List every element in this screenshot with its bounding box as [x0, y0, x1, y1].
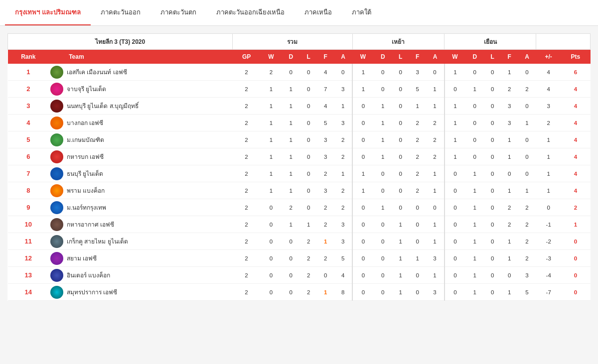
tf-cell: 3	[317, 148, 334, 165]
hw-cell: 0	[352, 267, 374, 284]
gp-cell: 2	[233, 250, 261, 267]
pts-cell: 4	[561, 131, 590, 148]
hw-cell: 0	[352, 98, 374, 115]
hf-cell: 0	[409, 267, 426, 284]
tab-east[interactable]: ภาคตะวันออก	[91, 0, 150, 25]
al-cell: 0	[484, 115, 501, 131]
af-cell: 1	[501, 182, 518, 199]
gp-cell: 2	[233, 131, 261, 148]
logo-cell	[49, 284, 65, 301]
ta-cell: 0	[334, 64, 352, 81]
aa-cell: 1	[518, 115, 536, 131]
aa-cell: 0	[518, 131, 536, 148]
team-logo-icon	[50, 235, 63, 248]
ha-cell: 1	[426, 182, 445, 199]
tf-cell: 5	[317, 115, 334, 131]
hl-cell: 1	[392, 216, 409, 233]
td-cell: 1	[282, 131, 300, 148]
aa-cell: 2	[518, 199, 536, 216]
hd-cell: 0	[374, 64, 392, 81]
pm-cell: -7	[536, 284, 561, 301]
aw-cell: 0	[445, 284, 466, 301]
gp-cell: 2	[233, 64, 261, 81]
ha-cell: 2	[426, 115, 445, 131]
pts-cell: 4	[561, 182, 590, 199]
rank-cell: 3	[8, 98, 49, 115]
tab-south[interactable]: ภาคใต้	[342, 0, 381, 25]
logo-cell	[49, 233, 65, 250]
table-row: 2จาบจุรี ยูไนเต็ด211073100510102244	[8, 81, 591, 98]
ha-cell: 1	[426, 81, 445, 98]
af-cell: 0	[501, 165, 518, 182]
aa-cell: 0	[518, 98, 536, 115]
tab-northeast[interactable]: ภาคตะวันออกเฉียงเหนือ	[206, 0, 295, 25]
ta-cell: 3	[334, 233, 352, 250]
team-name-cell: บางกอก เอฟซี	[65, 115, 232, 131]
table-row: 11เกร็กคู สายไหม ยูไนเต็ด200213001010101…	[8, 233, 591, 250]
gp-cell: 2	[233, 267, 261, 284]
aw-cell: 1	[445, 148, 466, 165]
al-cell: 0	[484, 81, 501, 98]
pts-cell: 4	[561, 98, 590, 115]
gp-cell: 2	[233, 115, 261, 131]
gp-cell: 2	[233, 81, 261, 98]
hd-cell: 0	[374, 250, 392, 267]
team-name-cell: จาบจุรี ยูไนเต็ด	[65, 81, 232, 98]
hl-cell: 1	[392, 284, 409, 301]
tab-bangkok[interactable]: กรุงเทพฯ และปริมณฑล	[5, 0, 91, 25]
ha-cell: 1	[426, 216, 445, 233]
ha-cell: 2	[426, 131, 445, 148]
gp-cell: 2	[233, 148, 261, 165]
ad-cell: 1	[465, 199, 484, 216]
aw-cell: 0	[445, 216, 466, 233]
hl-cell: 0	[392, 199, 409, 216]
tl-cell: 0	[300, 165, 317, 182]
team-logo-icon	[50, 83, 63, 96]
logo-cell	[49, 64, 65, 81]
team-name-cell: อินเตอร์ แบงค็อก	[65, 267, 232, 284]
hw-cell: 0	[352, 115, 374, 131]
ad-cell: 0	[465, 115, 484, 131]
league-title: ไทยลีก 3 (T3) 2020	[95, 38, 145, 45]
hd-cell: 1	[374, 199, 392, 216]
ha-header: A	[426, 50, 445, 64]
td-cell: 1	[282, 216, 300, 233]
hf-cell: 2	[409, 165, 426, 182]
tw-cell: 0	[261, 216, 282, 233]
logo-header	[49, 50, 65, 64]
hd-cell: 1	[374, 115, 392, 131]
team-logo-icon	[50, 100, 63, 113]
tf-cell: 4	[317, 98, 334, 115]
aa-cell: 2	[518, 233, 536, 250]
tf-header: F	[317, 50, 334, 64]
hw-cell: 0	[352, 284, 374, 301]
al-cell: 0	[484, 131, 501, 148]
ta-cell: 2	[334, 199, 352, 216]
tl-cell: 0	[300, 81, 317, 98]
tab-north[interactable]: ภาคเหนือ	[295, 0, 342, 25]
hw-header: W	[352, 50, 374, 64]
tf-cell: 2	[317, 199, 334, 216]
al-cell: 0	[484, 284, 501, 301]
logo-cell	[49, 115, 65, 131]
team-logo-icon	[50, 150, 63, 163]
ta-cell: 1	[334, 98, 352, 115]
aw-cell: 0	[445, 199, 466, 216]
team-name-cell: สมุทรปราการ เอฟซี	[65, 284, 232, 301]
af-cell: 0	[501, 267, 518, 284]
rank-cell: 4	[8, 115, 49, 131]
tf-cell: 3	[317, 131, 334, 148]
hf-cell: 3	[409, 64, 426, 81]
aw-cell: 1	[445, 131, 466, 148]
content-area: ไทยลีก 3 (T3) 2020 รวม เหย้า เยือน Rank …	[0, 26, 598, 308]
table-row: 14สมุทรปราการ เอฟซี2002180010301015-70	[8, 284, 591, 301]
ad-cell: 0	[465, 131, 484, 148]
hd-cell: 0	[374, 216, 392, 233]
tw-cell: 0	[261, 267, 282, 284]
tab-west[interactable]: ภาคตะวันตก	[150, 0, 206, 25]
home-header: เหย้า	[352, 34, 444, 50]
standings-body: 1เอสกีเค เมืองนนท์ เอฟซี2200401003010010…	[8, 64, 591, 301]
tw-cell: 1	[261, 98, 282, 115]
pm-cell: 4	[536, 81, 561, 98]
al-cell: 0	[484, 233, 501, 250]
